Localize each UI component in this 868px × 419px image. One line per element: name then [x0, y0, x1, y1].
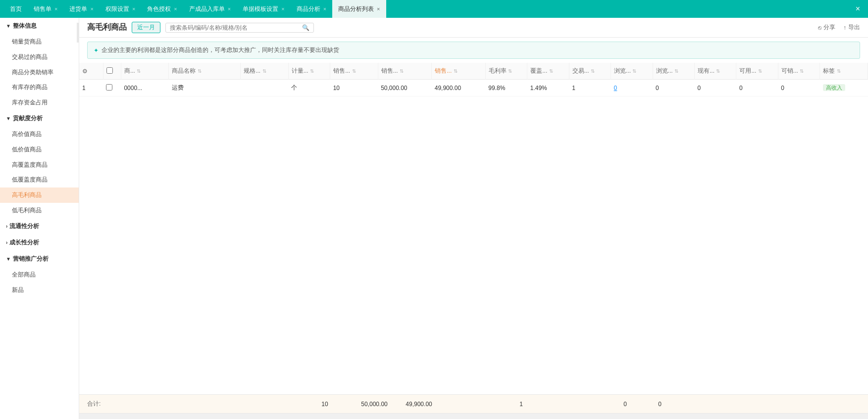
sort-icon-browse2[interactable]: ⇅	[674, 68, 678, 74]
th-exist[interactable]: 现有... ⇅	[694, 63, 736, 80]
sidebar-item-high-margin[interactable]: 高毛利商品	[0, 187, 79, 203]
sidebar-item-all-goods[interactable]: 全部商品	[0, 267, 79, 282]
sort-icon-unit[interactable]: ⇅	[310, 68, 314, 74]
content-area: 高毛利商品 近一月 🔍 ⎋ 分享 ↑ 导出 ✦ 企业的主要的利润都是这部分商品创…	[79, 18, 868, 419]
nav-tab-purchase[interactable]: 进货单 ×	[63, 0, 99, 18]
th-check[interactable]	[103, 63, 121, 80]
th-tag[interactable]: 标签 ⇅	[820, 63, 868, 80]
sidebar-group-overall-label: 整体信息	[13, 22, 37, 30]
export-label: 导出	[848, 23, 860, 32]
sidebar-group-overall[interactable]: ▼ 整体信息	[0, 18, 79, 34]
sidebar-item-stock-goods[interactable]: 有库存的商品	[0, 80, 79, 95]
export-button[interactable]: ↑ 导出	[843, 23, 860, 32]
cell-browse1[interactable]: 0	[611, 80, 653, 96]
th-sell[interactable]: 可销... ⇅	[778, 63, 819, 80]
share-icon: ⎋	[818, 24, 821, 31]
nav-tab-analysis-list[interactable]: 商品分析列表 ×	[332, 0, 386, 18]
th-avail[interactable]: 可用... ⇅	[736, 63, 778, 80]
sort-icon-exist[interactable]: ⇅	[716, 68, 720, 74]
sidebar-group-liquidity[interactable]: › 流通性分析	[0, 218, 79, 234]
sidebar-item-new-goods[interactable]: 新品	[0, 282, 79, 298]
row-checkbox[interactable]	[106, 84, 112, 91]
search-input[interactable]	[170, 24, 302, 31]
nav-tab-home-label: 首页	[10, 5, 22, 13]
sidebar-group-growth[interactable]: › 成长性分析	[0, 234, 79, 251]
sort-icon-cover[interactable]: ⇅	[549, 68, 553, 74]
nav-tab-analysis-close[interactable]: ×	[323, 6, 326, 12]
sidebar-collapse-button[interactable]: «	[77, 23, 79, 43]
nav-tab-template[interactable]: 单据模板设置 ×	[237, 0, 290, 18]
sort-icon-sales1[interactable]: ⇅	[352, 68, 356, 74]
nav-tab-product-storage-label: 产成品入库单	[189, 5, 225, 13]
sort-icon-sell[interactable]: ⇅	[800, 68, 804, 74]
sidebar-item-high-coverage[interactable]: 高覆盖度商品	[0, 157, 79, 173]
sort-icon-sales2[interactable]: ⇅	[400, 68, 404, 74]
close-all-tabs[interactable]: ×	[852, 4, 864, 13]
sidebar-group-contribution[interactable]: ▼ 贡献度分析	[0, 110, 79, 127]
table-container[interactable]: ⚙ 商... ⇅ 商品名称 ⇅ 规格... ⇅	[79, 63, 868, 394]
th-unit[interactable]: 计量... ⇅	[288, 63, 330, 80]
cell-check[interactable]	[103, 80, 121, 96]
th-spec[interactable]: 规格... ⇅	[241, 63, 289, 80]
nav-tab-purchase-label: 进货单	[69, 5, 87, 13]
th-name[interactable]: 商品名称 ⇅	[169, 63, 241, 80]
filter-recent-month-button[interactable]: 近一月	[132, 22, 160, 33]
share-button[interactable]: ⎋ 分享	[818, 23, 835, 32]
sort-icon-name[interactable]: ⇅	[198, 68, 202, 74]
sort-icon-sales3[interactable]: ⇅	[454, 68, 458, 74]
nav-tab-analysis[interactable]: 商品分析 ×	[291, 0, 332, 18]
th-rate[interactable]: 毛利率 ⇅	[485, 63, 527, 80]
sort-icon-tag[interactable]: ⇅	[837, 68, 841, 74]
sidebar-item-high-value[interactable]: 高价值商品	[0, 127, 79, 142]
sidebar-item-traded-goods[interactable]: 交易过的商品	[0, 49, 79, 65]
footer-cell-name	[185, 401, 244, 408]
th-cover[interactable]: 覆盖... ⇅	[527, 63, 569, 80]
th-browse2[interactable]: 浏览... ⇅	[653, 63, 694, 80]
th-sales1[interactable]: 销售... ⇅	[330, 63, 378, 80]
sidebar-item-stock-capital[interactable]: 库存资金占用	[0, 95, 79, 110]
th-code[interactable]: 商... ⇅	[121, 63, 169, 80]
footer-cell-code	[145, 401, 185, 408]
sidebar-group-marketing[interactable]: ▼ 营销推广分析	[0, 251, 79, 267]
sort-icon-trade[interactable]: ⇅	[591, 68, 595, 74]
sidebar-item-sales-goods[interactable]: 销量货商品	[0, 34, 79, 49]
sidebar-group-liquidity-arrow: ›	[6, 224, 7, 229]
footer-cell-spec	[244, 401, 284, 408]
header-actions: ⎋ 分享 ↑ 导出	[818, 23, 860, 32]
th-settings[interactable]: ⚙	[79, 63, 103, 80]
nav-tab-sales[interactable]: 销售单 ×	[28, 0, 63, 18]
nav-tab-role-close[interactable]: ×	[174, 6, 177, 12]
nav-tab-product-storage-close[interactable]: ×	[228, 6, 231, 12]
sidebar-item-category-sales-rate[interactable]: 商品分类助销率	[0, 65, 79, 80]
nav-tab-permission[interactable]: 权限设置 ×	[100, 0, 141, 18]
nav-tab-role[interactable]: 角色授权 ×	[141, 0, 183, 18]
sidebar-item-low-margin[interactable]: 低毛利商品	[0, 203, 79, 218]
nav-tab-template-close[interactable]: ×	[281, 6, 284, 12]
search-icon[interactable]: 🔍	[302, 24, 309, 31]
th-browse1[interactable]: 浏览... ⇅	[611, 63, 653, 80]
sort-icon-browse1[interactable]: ⇅	[632, 68, 636, 74]
nav-tab-product-storage[interactable]: 产成品入库单 ×	[183, 0, 237, 18]
cell-num: 1	[79, 80, 103, 96]
cell-code: 0000...	[121, 80, 169, 96]
select-all-checkbox[interactable]	[106, 67, 113, 74]
sort-icon-spec[interactable]: ⇅	[262, 68, 266, 74]
th-sales3[interactable]: 销售... ⇅	[432, 63, 486, 80]
nav-tab-analysis-list-close[interactable]: ×	[377, 6, 380, 12]
horizontal-scrollbar[interactable]	[79, 413, 868, 419]
sidebar-group-growth-arrow: ›	[6, 240, 7, 245]
footer-cover	[482, 401, 516, 408]
sidebar-item-low-coverage[interactable]: 低覆盖度商品	[0, 172, 79, 187]
sort-icon-avail[interactable]: ⇅	[758, 68, 762, 74]
nav-tab-permission-close[interactable]: ×	[132, 6, 135, 12]
sidebar-item-low-value[interactable]: 低价值商品	[0, 142, 79, 157]
sort-icon-code[interactable]: ⇅	[137, 68, 141, 74]
footer-trade: 1	[516, 401, 551, 408]
nav-tab-home[interactable]: 首页	[4, 0, 28, 18]
th-sales2[interactable]: 销售... ⇅	[378, 63, 432, 80]
sort-icon-rate[interactable]: ⇅	[508, 68, 512, 74]
nav-tab-purchase-close[interactable]: ×	[90, 6, 93, 12]
footer-cell-unit	[284, 401, 318, 408]
th-trade[interactable]: 交易... ⇅	[569, 63, 611, 80]
nav-tab-sales-close[interactable]: ×	[54, 6, 57, 12]
